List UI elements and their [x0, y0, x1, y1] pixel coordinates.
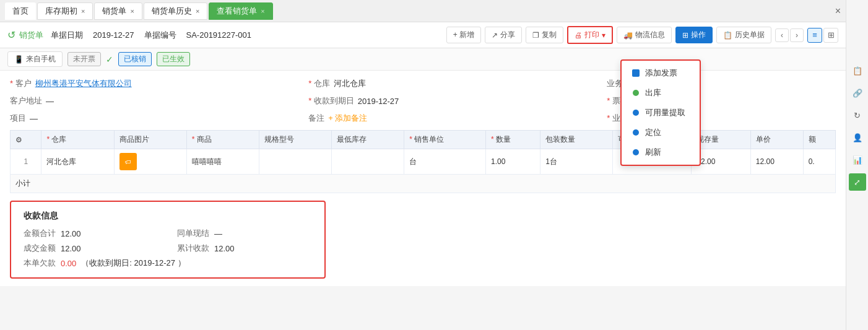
- project-field: 项目 —: [10, 113, 296, 124]
- copy-label: 复制: [542, 30, 557, 40]
- row-amount-cell: 0.: [803, 149, 835, 175]
- available-qty-circle-icon: [633, 110, 639, 116]
- tab-view-sales[interactable]: 查看销货单 ×: [209, 2, 272, 20]
- transaction-amount-value: 12.00: [61, 244, 81, 253]
- col-product: 商品: [186, 131, 259, 149]
- logistics-icon: 🚚: [623, 31, 633, 40]
- transaction-amount-row: 成交金额 12.00: [24, 243, 158, 254]
- history-label: 历史单据: [735, 30, 765, 40]
- sidebar-icon-rotate[interactable]: ↻: [849, 106, 866, 124]
- sidebar-icon-clipboard[interactable]: 📋: [849, 62, 866, 79]
- tab-sales-order[interactable]: 销货单 ×: [94, 2, 142, 20]
- copy-button[interactable]: ❐ 复制: [526, 27, 563, 43]
- locate-label: 定位: [645, 127, 661, 138]
- row-warehouse-cell: 河北仓库: [41, 149, 114, 175]
- customer-value[interactable]: 柳州粤港平安气体有限公司: [35, 78, 132, 89]
- refresh-icon: [631, 148, 640, 157]
- tab-sales-history[interactable]: 销货单历史 ×: [144, 2, 207, 20]
- sidebar-icon-expand[interactable]: ⤢: [849, 173, 866, 191]
- available-qty-label: 可用量提取: [645, 107, 685, 118]
- tab-view-sales-close[interactable]: ×: [261, 7, 264, 15]
- add-note-button[interactable]: + 添加备注: [328, 113, 367, 124]
- tab-inventory-init[interactable]: 库存期初 ×: [37, 2, 93, 20]
- tab-sales-history-close[interactable]: ×: [196, 7, 199, 15]
- menu-available-qty[interactable]: 可用量提取: [622, 103, 700, 123]
- row-product-img-cell: 🏷: [114, 149, 186, 175]
- history-icon: 📋: [723, 31, 732, 40]
- items-table: ⚙ 仓库 商品图片 商品 规格型号 最低库存 销售单位 数量 包装数量 可用量 …: [10, 130, 836, 193]
- warehouse-value: 河北仓库: [334, 78, 366, 89]
- col-amount: 额: [803, 131, 835, 149]
- tab-inventory-init-close[interactable]: ×: [81, 7, 85, 15]
- print-dropdown-arrow: ▾: [602, 31, 605, 40]
- project-value: —: [30, 114, 38, 123]
- col-qty: 数量: [485, 131, 540, 149]
- nav-arrows: ‹ ›: [775, 28, 804, 42]
- menu-locate[interactable]: 定位: [622, 123, 700, 142]
- menu-refresh[interactable]: 刷新: [622, 142, 700, 162]
- same-order-label: 同单现结: [177, 228, 209, 239]
- view-grid-button[interactable]: ⊞: [823, 28, 838, 43]
- address-field: 客户地址 —: [10, 95, 296, 106]
- copy-icon: ❐: [532, 31, 539, 40]
- logistics-button[interactable]: 🚚 物流信息: [617, 27, 672, 43]
- add-invoice-label: 添加发票: [645, 67, 677, 79]
- prev-button[interactable]: ‹: [775, 28, 789, 42]
- window-close-button[interactable]: ×: [835, 6, 841, 17]
- ops-dropdown-menu: 添加发票 出库 可用量提取 定位 刷新: [620, 59, 701, 166]
- table-header-row: ⚙ 仓库 商品图片 商品 规格型号 最低库存 销售单位 数量 包装数量 可用量 …: [11, 131, 836, 149]
- address-value: —: [46, 97, 54, 106]
- ops-button[interactable]: ⊞ 操作: [675, 27, 713, 43]
- date-value: 2019-12-27: [93, 30, 134, 40]
- payment-date-value: 2019-12-27: [358, 97, 399, 106]
- share-icon: ↗: [492, 31, 498, 40]
- sub-toolbar: 📱 来自手机 未开票 ✓ 已核销 已生效: [0, 48, 846, 71]
- number-value: SA-20191227-001: [186, 30, 252, 40]
- customer-field: 客户 柳州粤港平安气体有限公司: [10, 78, 296, 89]
- from-phone-label: 来自手机: [26, 54, 56, 64]
- locate-icon: [631, 128, 640, 137]
- tab-sales-order-close[interactable]: ×: [130, 7, 134, 15]
- tab-home-label: 首页: [12, 6, 28, 17]
- new-button[interactable]: + 新增: [446, 27, 481, 43]
- sidebar-icon-user[interactable]: 👤: [849, 129, 866, 146]
- view-list-button[interactable]: ≡: [807, 28, 822, 43]
- ops-label: 操作: [691, 30, 706, 40]
- not-open-badge: 未开票: [67, 52, 101, 66]
- tab-home[interactable]: 首页: [5, 2, 36, 20]
- menu-add-invoice[interactable]: 添加发票: [622, 63, 700, 83]
- print-button[interactable]: 🖨 打印 ▾: [567, 26, 613, 44]
- row-min-stock-cell: [332, 149, 404, 175]
- note-label: 备注: [308, 113, 324, 124]
- outbound-icon: [631, 89, 640, 97]
- cumulative-payment-value: 12.00: [214, 244, 235, 253]
- check-icon: ✓: [106, 54, 113, 64]
- tab-inventory-init-label: 库存期初: [45, 6, 77, 17]
- col-spec: 规格型号: [259, 131, 331, 149]
- toolbar-actions: + 新增 ↗ 分享 ❐ 复制 🖨 打印 ▾ 🚚 物流信息 ⊞ 操作: [446, 26, 838, 44]
- customer-label: 客户: [10, 78, 32, 89]
- current-owed-value: 0.00: [61, 259, 76, 268]
- right-sidebar: 📋 🔗 ↻ 👤 📊 ⤢: [846, 0, 868, 286]
- table-row: 1 河北仓库 🏷 嘻嘻嘻嘻 台 1.00 1台 12.00 12.00 0.: [11, 149, 836, 175]
- same-order-row: 同单现结 —: [177, 228, 312, 239]
- row-spec-cell: [259, 149, 331, 175]
- sidebar-icon-link[interactable]: 🔗: [849, 84, 866, 102]
- history-button[interactable]: 📋 历史单据: [716, 27, 771, 43]
- row-sales-unit-cell: 台: [404, 149, 486, 175]
- next-button[interactable]: ›: [790, 28, 804, 42]
- from-phone-button[interactable]: 📱 来自手机: [7, 51, 63, 67]
- print-icon: 🖨: [575, 31, 582, 40]
- col-gear: ⚙: [11, 131, 41, 149]
- refresh-label: 刷新: [645, 147, 661, 158]
- col-min-stock: 最低库存: [332, 131, 404, 149]
- main-content: 客户 柳州粤港平安气体有限公司 仓库 河北仓库 业务员 演示账号 客户地址 — …: [0, 71, 846, 286]
- row-product-cell: 嘻嘻嘻嘻: [186, 149, 259, 175]
- sidebar-icon-chart[interactable]: 📊: [849, 151, 866, 168]
- total-amount-row: 金额合计 12.00: [24, 228, 158, 239]
- menu-outbound[interactable]: 出库: [622, 83, 700, 103]
- address-label: 客户地址: [10, 95, 42, 106]
- row-qty-cell: 1.00: [485, 149, 540, 175]
- share-button[interactable]: ↗ 分享: [485, 27, 522, 43]
- transaction-amount-label: 成交金额: [24, 243, 56, 254]
